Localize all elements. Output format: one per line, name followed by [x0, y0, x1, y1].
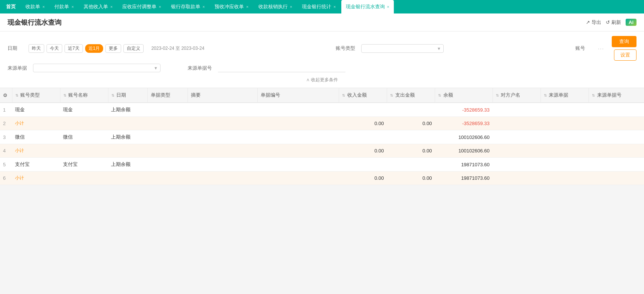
cell-doc-no	[257, 130, 339, 144]
nav-item-payment[interactable]: 付款单×	[50, 0, 78, 13]
cell-source-doc-no	[588, 117, 644, 130]
chevron-down-icon-2: ▾	[155, 65, 157, 71]
source-doc-no-input[interactable]	[218, 64, 345, 72]
col-balance[interactable]: ⇅ 余额	[435, 88, 493, 103]
cell-account-type: 支付宝	[12, 158, 60, 172]
col-account-name[interactable]: ⇅ 账号名称	[60, 88, 108, 103]
refresh-button[interactable]: ↺ 刷新	[606, 19, 621, 26]
col-summary[interactable]: 摘要	[188, 88, 257, 103]
table-row: 3微信微信上期余额100102606.60	[0, 130, 644, 144]
close-icon[interactable]: ×	[333, 4, 336, 9]
cell-source-doc-no	[588, 103, 644, 117]
date-btn-近1月[interactable]: 近1月	[85, 44, 104, 53]
row-num: 6	[0, 172, 12, 185]
nav-item-prepayment[interactable]: 预收冲应收单×	[210, 0, 253, 13]
date-btn-今天[interactable]: 今天	[47, 44, 62, 53]
export-button[interactable]: ↗ 导出	[586, 19, 601, 26]
cell-doc-no	[257, 158, 339, 172]
cell-account-name: 微信	[60, 130, 108, 144]
col-source-doc-no[interactable]: ⇅ 来源单据号	[588, 88, 644, 103]
cell-doc-type	[148, 144, 188, 158]
table-row: 5支付宝支付宝上期余额19871073.60	[0, 158, 644, 172]
sort-icon-7: ⇅	[496, 93, 499, 97]
col-source-doc[interactable]: ⇅ 来源单据	[540, 88, 588, 103]
nav-item-bank-deposit[interactable]: 银行存取款单×	[167, 0, 209, 13]
date-btn-近7天[interactable]: 近7天	[65, 44, 83, 53]
nav-item-adjustment[interactable]: 应收应付调整单×	[118, 0, 165, 13]
cell-account-name	[60, 172, 108, 185]
sort-icon: ⇅	[15, 93, 18, 97]
cell-summary	[188, 117, 257, 130]
date-btn-更多[interactable]: 更多	[105, 44, 121, 53]
close-icon[interactable]: ×	[203, 4, 205, 9]
cell-account-name	[60, 117, 108, 130]
data-table: ⚙ ⇅ 账号类型 ⇅ 账号名称 ⇅ 日期 单据类型 摘要	[0, 88, 644, 185]
cell-income	[339, 103, 387, 117]
cell-counterpart	[492, 144, 540, 158]
sort-icon-5: ⇅	[390, 93, 393, 97]
nav-item-writeoff[interactable]: 收款核销执行×	[254, 0, 297, 13]
close-icon[interactable]: ×	[42, 4, 45, 9]
row-num: 2	[0, 117, 12, 130]
cell-account-type: 小计	[12, 144, 60, 158]
cell-doc-no	[257, 144, 339, 158]
cell-source-doc	[540, 130, 588, 144]
cell-doc-type	[148, 117, 188, 130]
cell-expense	[387, 130, 435, 144]
header-row: ⚙ ⇅ 账号类型 ⇅ 账号名称 ⇅ 日期 单据类型 摘要	[0, 88, 644, 103]
account-dots[interactable]: ···	[596, 46, 606, 51]
cell-summary	[188, 103, 257, 117]
nav-item-home[interactable]: 首页	[2, 0, 20, 13]
table-row: 2小计0.000.00-3528659.33	[0, 117, 644, 130]
page-header: 现金银行流水查询 ↗ 导出 ↺ 刷新 Ai	[0, 13, 644, 31]
nav-item-receipt[interactable]: 收款单×	[21, 0, 49, 13]
settings-button[interactable]: 设置	[614, 49, 636, 61]
sort-icon-4: ⇅	[342, 93, 345, 97]
ai-badge[interactable]: Ai	[626, 19, 636, 26]
cell-source-doc-no	[588, 144, 644, 158]
close-icon[interactable]: ×	[290, 4, 292, 9]
col-account-type[interactable]: ⇅ 账号类型	[12, 88, 60, 103]
close-icon[interactable]: ×	[71, 4, 74, 9]
nav-item-stats[interactable]: 现金银行统计×	[297, 0, 340, 13]
nav-item-other-income[interactable]: 其他收入单×	[79, 0, 117, 13]
col-config[interactable]: ⚙	[0, 88, 12, 103]
cell-income: 0.00	[339, 144, 387, 158]
source-doc-select[interactable]: ▾	[33, 64, 161, 72]
filter-area: 日期 昨天今天近7天近1月更多自定义 2023-02-24 至 2023-03-…	[0, 31, 644, 88]
cell-counterpart	[492, 117, 540, 130]
account-type-select[interactable]: ▾	[361, 44, 444, 53]
account-label: 账号	[575, 45, 590, 52]
col-expense[interactable]: ⇅ 支出金额	[387, 88, 435, 103]
cell-summary	[188, 144, 257, 158]
close-icon[interactable]: ×	[110, 4, 113, 9]
date-btn-自定义[interactable]: 自定义	[123, 44, 144, 53]
col-doc-no[interactable]: 单据编号	[257, 88, 339, 103]
close-icon[interactable]: ×	[159, 4, 161, 9]
top-nav: 首页收款单×付款单×其他收入单×应收应付调整单×银行存取款单×预收冲应收单×收款…	[0, 0, 644, 13]
cell-source-doc-no	[588, 130, 644, 144]
date-btn-昨天[interactable]: 昨天	[29, 44, 44, 53]
cell-income: 0.00	[339, 117, 387, 130]
collapse-bar[interactable]: ∧ 收起更多条件	[8, 75, 636, 85]
col-income[interactable]: ⇅ 收入金额	[339, 88, 387, 103]
cell-doc-no	[257, 103, 339, 117]
cell-expense	[387, 103, 435, 117]
col-counterpart[interactable]: ⇅ 对方户名	[492, 88, 540, 103]
header-actions: ↗ 导出 ↺ 刷新 Ai	[586, 19, 636, 26]
cell-expense: 0.00	[387, 117, 435, 130]
query-button[interactable]: 查询	[612, 36, 636, 47]
close-icon[interactable]: ×	[387, 4, 389, 9]
table-row: 4小计0.000.00100102606.60	[0, 144, 644, 158]
cell-source-doc	[540, 158, 588, 172]
filter-right-group: 查询 设置	[612, 36, 636, 61]
col-doc-type[interactable]: 单据类型	[148, 88, 188, 103]
close-icon[interactable]: ×	[246, 4, 248, 9]
cell-source-doc	[540, 103, 588, 117]
sort-icon-8: ⇅	[544, 93, 547, 97]
cell-account-type: 小计	[12, 172, 60, 185]
cell-doc-type	[148, 172, 188, 185]
gear-icon: ⚙	[3, 93, 8, 98]
col-date[interactable]: ⇅ 日期	[108, 88, 147, 103]
nav-item-cashflow[interactable]: 现金银行流水查询×	[341, 0, 394, 13]
